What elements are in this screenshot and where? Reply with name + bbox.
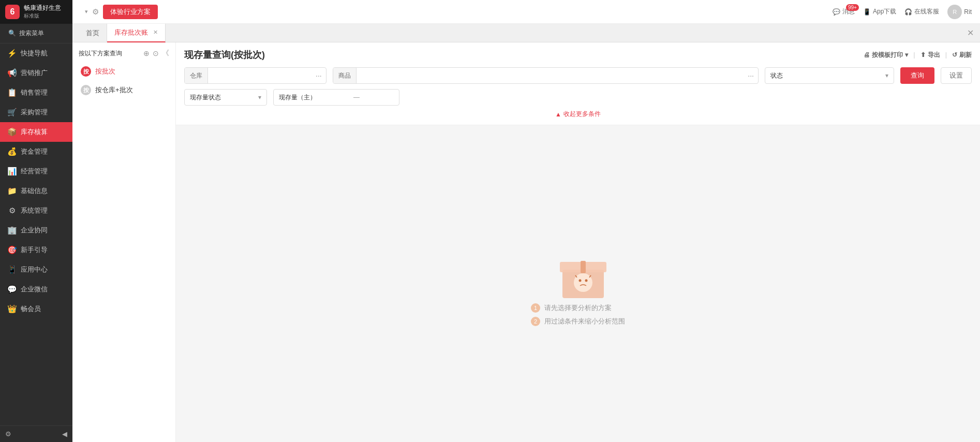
finance-icon: 💰	[7, 147, 17, 156]
operation-icon: 📊	[7, 167, 17, 176]
topbar-dropdown-btn[interactable]: ▾	[85, 8, 88, 15]
main-panel: 现存量查询(按批次) 🖨 按模板打印 ▾ | ⬆ 导出 |	[176, 42, 980, 442]
sidebar-item-label: 企业微信	[21, 285, 48, 294]
main-area: ▾ ⚙ 体验行业方案 💬 消息 99+ 📱 App下载 🎧 在线客服 R Rit	[72, 0, 980, 442]
tip-num-2: 2	[531, 317, 540, 326]
members-icon: 👑	[7, 304, 17, 314]
scheme-section-title: 按以下方案查询	[79, 49, 122, 58]
print-template-btn[interactable]: 🖨 按模板打印 ▾	[864, 51, 908, 60]
sidebar-scroll: ⚡ 快捷导航 📢 营销推广 📋 销售管理 🛒 采购管理 📦 库存核算 💰 资金管…	[0, 43, 72, 425]
sidebar-item-system[interactable]: ⚙ 系统管理	[0, 201, 72, 220]
sidebar-item-inventory[interactable]: 📦 库存核算	[0, 122, 72, 142]
message-btn[interactable]: 💬 消息 99+	[833, 7, 855, 16]
sidebar-item-quick-nav[interactable]: ⚡ 快捷导航	[0, 43, 72, 63]
warehouse-filter[interactable]: 仓库 ···	[184, 67, 326, 84]
sidebar-item-label: 快捷导航	[21, 49, 48, 58]
sidebar-item-finance[interactable]: 💰 资金管理	[0, 142, 72, 161]
appstore-icon: 📱	[7, 265, 17, 274]
left-panel-header: 按以下方案查询 ⊕ ⊙ 《	[72, 49, 175, 62]
tip-num-1: 1	[531, 303, 540, 313]
tab-close-btn[interactable]: ✕	[153, 29, 158, 36]
content-area: 按以下方案查询 ⊕ ⊙ 《 按 按批次 按 按仓库+批次 现存量查询(按	[72, 42, 980, 442]
goods-dots[interactable]: ···	[744, 71, 758, 80]
empty-tip-2: 2 用过滤条件来缩小分析范围	[531, 317, 625, 326]
sidebar-item-appstore[interactable]: 📱 应用中心	[0, 260, 72, 279]
add-scheme-btn[interactable]: ⊕	[143, 49, 150, 57]
quick-nav-icon: ⚡	[7, 49, 17, 58]
panel-close-btn[interactable]: ✕	[967, 28, 974, 38]
inventory-qty-label: 现存量（主）	[279, 93, 316, 102]
scheme-settings-btn[interactable]: ⊙	[153, 49, 159, 57]
tab-home[interactable]: 首页	[79, 24, 107, 42]
svg-point-4	[579, 279, 582, 282]
system-icon: ⚙	[7, 206, 17, 215]
tip-text-1: 请先选择要分析的方案	[544, 303, 612, 313]
warehouse-dots[interactable]: ···	[311, 71, 326, 80]
sidebar-item-marketing[interactable]: 📢 营销推广	[0, 63, 72, 83]
sidebar-item-members[interactable]: 👑 畅会员	[0, 299, 72, 319]
sidebar-item-operation[interactable]: 📊 经营管理	[0, 161, 72, 181]
sidebar-item-label: 畅会员	[21, 304, 41, 314]
inventory-status-filter[interactable]: 现存量状态 ▾	[184, 89, 267, 106]
phone-icon: 📱	[863, 8, 871, 16]
qty-min-input[interactable]	[319, 94, 350, 101]
sidebar-item-wechat[interactable]: 💬 企业微信	[0, 279, 72, 299]
scheme-item-warehouse-batch[interactable]: 按 按仓库+批次	[72, 81, 175, 99]
message-badge: 99+	[846, 4, 859, 11]
page-title-row: 现存量查询(按批次) 🖨 按模板打印 ▾ | ⬆ 导出 |	[184, 49, 972, 61]
online-service-btn[interactable]: 🎧 在线客服	[904, 7, 939, 16]
header-actions: 🖨 按模板打印 ▾ | ⬆ 导出 | ↺ 刷新	[864, 51, 972, 60]
newbie-icon: 🎯	[7, 245, 17, 255]
export-icon: ⬆	[920, 51, 926, 58]
headset-icon: 🎧	[904, 8, 912, 16]
status-dropdown-icon: ▾	[885, 72, 888, 79]
app-logo: 6	[5, 5, 20, 19]
qty-max-input[interactable]	[363, 94, 394, 101]
tab-inventory-batch[interactable]: 库存批次账 ✕	[107, 24, 166, 42]
app-download-btn[interactable]: 📱 App下载	[863, 7, 896, 16]
scheme-label-batch: 按批次	[95, 67, 115, 76]
enterprise-icon: 🏢	[7, 226, 17, 235]
experience-btn[interactable]: 体验行业方案	[103, 5, 158, 19]
filter-settings-btn[interactable]: 设置	[941, 67, 972, 84]
app-version: 标准版	[24, 12, 61, 20]
filter-row-2: 现存量状态 ▾ 现存量（主） —	[184, 89, 972, 106]
user-avatar-btn[interactable]: R Rit	[947, 5, 972, 19]
svg-rect-2	[581, 261, 586, 273]
sidebar-item-basic[interactable]: 📁 基础信息	[0, 181, 72, 201]
scheme-item-batch[interactable]: 按 按批次	[72, 62, 175, 81]
sidebar-settings-btn[interactable]: ⚙	[5, 430, 11, 438]
collapse-bar[interactable]: ▲ 收起更多条件	[184, 106, 972, 119]
sidebar-item-enterprise[interactable]: 🏢 企业协同	[0, 220, 72, 240]
sidebar-item-newbie[interactable]: 🎯 新手引导	[0, 240, 72, 260]
sidebar-item-purchase[interactable]: 🛒 采购管理	[0, 102, 72, 122]
print-dropdown-icon: ▾	[905, 51, 908, 58]
empty-state: 1 请先选择要分析的方案 2 用过滤条件来缩小分析范围	[176, 125, 980, 442]
marketing-icon: 📢	[7, 68, 17, 78]
warehouse-input[interactable]	[208, 68, 311, 83]
sidebar-item-label: 企业协同	[21, 226, 48, 235]
wechat-icon: 💬	[7, 285, 17, 294]
goods-input[interactable]	[357, 68, 744, 83]
export-btn[interactable]: ⬆ 导出	[920, 51, 940, 60]
refresh-btn[interactable]: ↺ 刷新	[952, 51, 972, 60]
empty-illustration	[552, 241, 604, 293]
query-btn[interactable]: 查询	[900, 67, 934, 84]
svg-point-5	[585, 279, 588, 282]
tab-home-label: 首页	[86, 28, 99, 38]
topbar-gear-btn[interactable]: ⚙	[92, 7, 99, 17]
scheme-icon-warehouse-batch: 按	[81, 85, 91, 95]
empty-tips: 1 请先选择要分析的方案 2 用过滤条件来缩小分析范围	[531, 303, 625, 326]
status-filter[interactable]: 状态 ▾	[765, 67, 894, 84]
goods-filter[interactable]: 商品 ···	[333, 67, 759, 84]
search-menu-btn[interactable]: 🔍 搜索菜单	[5, 27, 67, 40]
sidebar-item-label: 库存核算	[21, 127, 48, 137]
sidebar-collapse-btn[interactable]: ◀	[62, 430, 67, 438]
sidebar-item-sales[interactable]: 📋 销售管理	[0, 83, 72, 102]
tabbar: 首页 库存批次账 ✕ ✕	[72, 24, 980, 42]
empty-tip-1: 1 请先选择要分析的方案	[531, 303, 625, 313]
sidebar-footer: ⚙ ◀	[0, 425, 72, 442]
sidebar-header: 6 畅康通好生意 标准版	[0, 0, 72, 24]
scheme-collapse-btn[interactable]: 《	[162, 49, 169, 58]
inventory-icon: 📦	[7, 127, 17, 137]
